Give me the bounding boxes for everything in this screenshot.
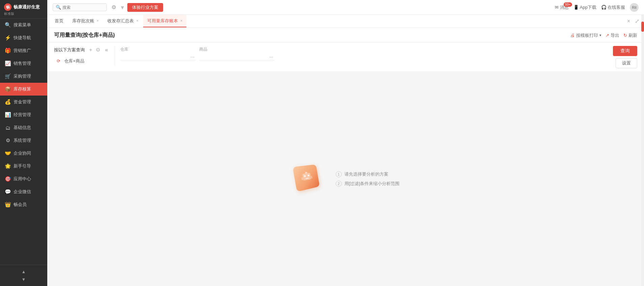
filter-scheme-header-label: 按以下方案查询 [54,47,85,53]
online-service-btn[interactable]: 🎧 在线客服 [601,4,625,10]
sidebar-item-shortcut[interactable]: ⚡ 快捷导航 [0,31,47,44]
scheme-label: 仓库+商品 [64,58,84,64]
scheme-settings-icon[interactable]: ⊙ [95,46,101,54]
topbar-search-box[interactable]: 🔍 [53,3,107,11]
right-scrollbar[interactable] [641,15,644,286]
sidebar-nav: 🔍 搜索菜单 ⚡ 快捷导航 🎁 营销推广 📈 销售管理 🛒 采购管理 📦 库存核… [0,19,47,265]
product-input[interactable] [201,54,268,59]
sidebar-item-operations[interactable]: 📊 经营管理 [0,108,47,121]
sidebar-item-marketing[interactable]: 🎁 营销推广 [0,44,47,57]
sidebar-item-enterprise[interactable]: 🤝 企业协同 [0,147,47,160]
operations-icon: 📊 [5,112,11,118]
industry-solution-button[interactable]: 体验行业方案 [127,3,163,12]
warehouse-more-icon[interactable]: ··· [190,54,195,59]
expand-tab-button[interactable]: ⤢ [634,18,641,24]
crown-icon: 👑 [5,202,11,208]
print-dropdown-icon[interactable]: ▾ [599,33,601,37]
collapse-icon[interactable]: « [103,46,110,54]
sidebar-item-system[interactable]: ⚙ 系统管理 [0,134,47,147]
inventory-icon: 📦 [5,86,11,92]
product-more-icon[interactable]: ··· [269,54,274,59]
sidebar-item-label: 采购管理 [14,73,31,79]
message-badge[interactable]: ✉ 消息 99+ [555,4,569,10]
scheme-refresh-icon: ⟳ [57,58,62,64]
tab-available-qty-close[interactable]: × [180,19,182,23]
search-icon: 🔍 [5,22,11,28]
sidebar-item-finance[interactable]: 💰 资金管理 [0,96,47,108]
sidebar-item-newguide[interactable]: 🌟 新手引导 [0,160,47,173]
empty-tip-2: 2 用[过滤]条件来缩小分析范围 [336,181,400,187]
svg-rect-5 [302,177,303,180]
gear-icon: ⚙ [5,137,11,144]
lightning-icon: ⚡ [5,35,11,41]
message-icon: ✉ [555,5,559,10]
sidebar-item-member[interactable]: 👑 畅会员 [0,198,47,211]
app-download-label: App下载 [580,4,596,10]
tip-text-1: 请先选择要分析的方案 [344,171,388,177]
sidebar-logo: 畅 畅康通好生意 [4,3,43,11]
user-label: Rit [632,5,636,9]
export-button[interactable]: ↗ 导出 [606,32,619,38]
handshake-icon: 🤝 [5,150,11,156]
tab-available-qty[interactable]: 可用量库存账本 × [143,15,186,27]
refresh-button[interactable]: ↻ 刷新 [623,32,637,38]
refresh-icon: ↻ [623,33,627,38]
sidebar-item-wechat[interactable]: 💬 企业微信 [0,185,47,198]
scheme-warehouse-product[interactable]: ⟳ 仓库+商品 [54,56,111,66]
sidebar-header: 畅 畅康通好生意 标准版 [0,0,47,19]
sidebar-item-inventory[interactable]: 📦 库存核算 [0,83,47,96]
sidebar-item-label: 快捷导航 [14,35,31,41]
tab-home-label: 首页 [55,18,63,24]
tab-batch-account[interactable]: 库存批次账 × [68,15,103,27]
sidebar-title: 畅康通好生意 [14,4,40,10]
tab-home[interactable]: 首页 [51,15,68,27]
sidebar-item-search[interactable]: 🔍 搜索菜单 [0,19,47,31]
sidebar-item-basic[interactable]: 🗂 基础信息 [0,121,47,134]
sidebar-item-label: 资金管理 [14,99,31,105]
tab-collect-summary-close[interactable]: × [136,19,138,23]
sidebar: 畅 畅康通好生意 标准版 🔍 搜索菜单 ⚡ 快捷导航 🎁 营销推广 📈 销售管理… [0,0,47,286]
settings-button[interactable]: 设置 [616,58,637,68]
sidebar-item-label: 新手引导 [14,163,31,169]
query-button[interactable]: 查询 [613,46,637,56]
filter-panel: 按以下方案查询 ＋ ⊙ « ⟳ 仓库+商品 仓库 [47,43,644,72]
wechat-icon: 💬 [5,189,11,195]
sidebar-scroll-down[interactable]: ▼ [0,276,47,283]
empty-state: 1 请先选择要分析的方案 2 用[过滤]条件来缩小分析范围 [47,72,644,286]
warehouse-input[interactable] [122,54,189,59]
chart-icon: 📈 [5,60,11,67]
tab-collect-summary[interactable]: 收发存汇总表 × [103,15,142,27]
print-icon: 🖨 [570,33,575,38]
settings-gear-icon[interactable]: ⚙ [110,3,118,12]
topbar: 🔍 ⚙ ▾ 体验行业方案 ✉ 消息 99+ 📱 App下载 🎧 在线客服 Rit [47,0,644,15]
sidebar-item-sales[interactable]: 📈 销售管理 [0,57,47,70]
add-scheme-icon[interactable]: ＋ [87,46,94,54]
app-download-btn[interactable]: 📱 App下载 [573,4,596,10]
dropdown-arrow-icon[interactable]: ▾ [121,4,124,11]
user-avatar[interactable]: Rit [630,3,639,12]
folder-icon: 🗂 [5,125,11,131]
search-input[interactable] [62,5,96,10]
filter-field-product: 商品 ··· [199,47,275,60]
tabbar: 首页 库存批次账 × 收发存汇总表 × 可用量库存账本 × × ⤢ [47,15,644,28]
tab-collect-summary-label: 收发存汇总表 [107,18,134,24]
sidebar-item-label: 库存核算 [14,86,31,92]
filter-field-warehouse: 仓库 ··· [120,47,196,60]
sidebar-item-purchase[interactable]: 🛒 采购管理 [0,70,47,83]
warehouse-input-wrapper: ··· [120,53,196,60]
sidebar-subtitle: 标准版 [4,11,43,16]
tip-num-2: 2 [336,181,342,187]
robot-illustration [292,164,319,192]
export-icon: ↗ [606,33,609,38]
message-count-badge: 99+ [564,2,572,7]
print-button[interactable]: 🖨 按模板打印 ▾ [570,32,601,38]
close-tab-button[interactable]: × [626,18,632,24]
tab-batch-account-label: 库存批次账 [72,18,94,24]
sidebar-item-appcenter[interactable]: 🎯 应用中心 [0,173,47,185]
star-icon: 🌟 [5,163,11,169]
print-label: 按模板打印 [576,32,598,38]
online-service-label: 在线客服 [608,4,625,10]
logo-icon: 畅 [4,3,11,11]
sidebar-scroll-up[interactable]: ▲ [0,268,47,276]
tab-batch-account-close[interactable]: × [97,19,99,23]
